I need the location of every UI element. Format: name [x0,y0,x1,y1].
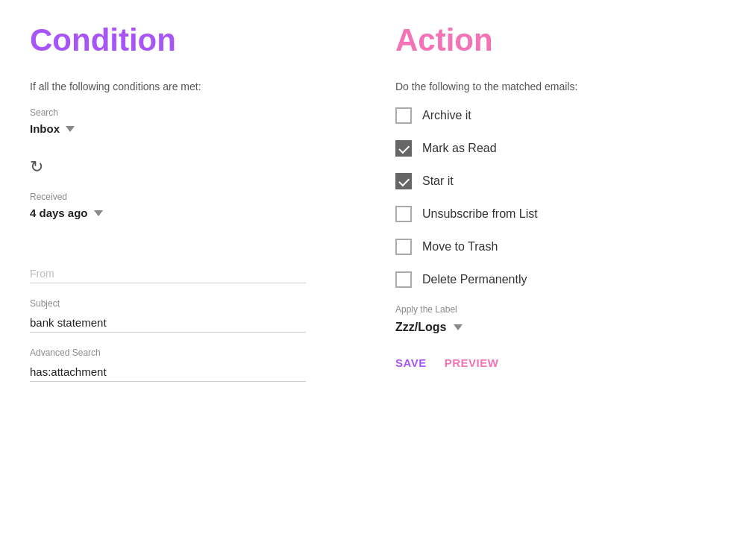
archive-checkbox[interactable] [395,107,412,124]
search-label: Search [30,107,351,118]
search-dropdown[interactable]: Inbox [30,122,351,135]
unsubscribe-checkbox[interactable] [395,206,412,222]
mark-read-checkbox[interactable] [395,140,412,157]
action-item-star[interactable]: Star it [395,173,716,189]
received-dropdown-value: 4 days ago [30,207,88,219]
save-button[interactable]: SAVE [395,356,427,369]
received-label: Received [30,192,351,202]
trash-label: Move to Trash [422,240,498,254]
condition-title: Condition [30,22,351,58]
from-input[interactable] [30,264,306,283]
apply-label-section: Apply the Label Zzz/Logs [395,304,716,334]
action-item-unsubscribe[interactable]: Unsubscribe from List [395,206,716,222]
action-title: Action [395,22,716,58]
action-item-delete[interactable]: Delete Permanently [395,271,716,288]
delete-label: Delete Permanently [422,273,527,286]
condition-panel: Condition If all the following condition… [30,22,351,397]
search-dropdown-value: Inbox [30,122,60,135]
apply-label-value: Zzz/Logs [395,321,446,334]
action-panel: Action Do the following to the matched e… [395,22,716,397]
condition-subtitle: If all the following conditions are met: [30,81,351,92]
unsubscribe-label: Unsubscribe from List [422,207,538,221]
action-item-mark-read[interactable]: Mark as Read [395,140,716,157]
subject-field-group: Subject [30,298,351,333]
advanced-input[interactable] [30,362,306,382]
action-items-list: Archive it Mark as Read Star it Unsubscr… [395,107,716,288]
archive-label: Archive it [422,109,471,122]
action-item-trash[interactable]: Move to Trash [395,239,716,255]
refresh-icon[interactable]: ↻ [30,157,43,177]
star-checkbox[interactable] [395,173,412,189]
received-dropdown[interactable]: 4 days ago [30,207,351,219]
trash-checkbox[interactable] [395,239,412,255]
apply-label-title: Apply the Label [395,304,716,315]
apply-label-dropdown[interactable]: Zzz/Logs [395,321,716,334]
mark-read-label: Mark as Read [422,142,497,155]
advanced-field-group: Advanced Search [30,347,351,382]
search-dropdown-arrow-icon[interactable] [66,126,75,132]
footer-buttons: SAVE PREVIEW [395,356,716,369]
received-field-group: Received 4 days ago [30,192,351,219]
star-label: Star it [422,174,454,188]
subject-label: Subject [30,298,351,309]
subject-input[interactable] [30,313,306,333]
preview-button[interactable]: PREVIEW [445,356,499,369]
search-field-group: Search Inbox [30,107,351,135]
from-field-group [30,264,351,283]
received-dropdown-arrow-icon[interactable] [94,210,103,216]
delete-checkbox[interactable] [395,271,412,288]
action-item-archive[interactable]: Archive it [395,107,716,124]
advanced-label: Advanced Search [30,347,351,358]
apply-label-arrow-icon[interactable] [454,324,463,330]
action-subtitle: Do the following to the matched emails: [395,81,716,92]
